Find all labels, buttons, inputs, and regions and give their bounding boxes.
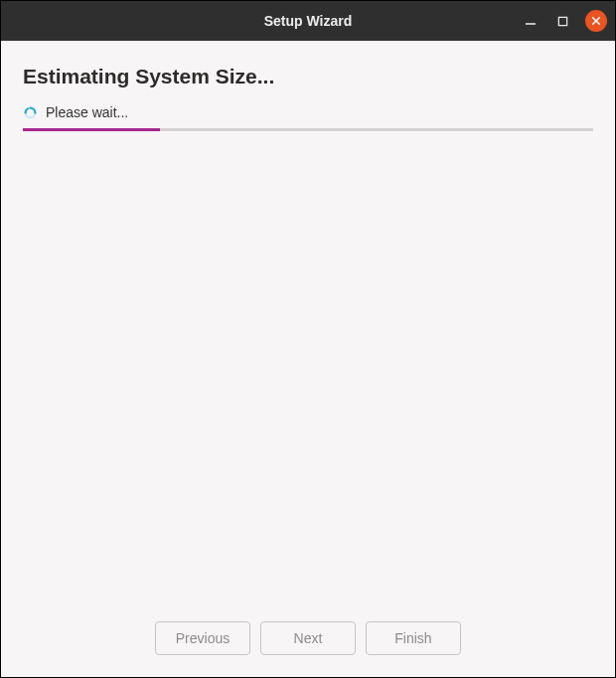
svg-rect-1 (558, 17, 566, 25)
progress-bar (23, 128, 593, 131)
progress-fill (23, 128, 160, 131)
window-title: Setup Wizard (264, 13, 353, 29)
minimize-button[interactable] (522, 12, 539, 30)
previous-button[interactable]: Previous (155, 621, 250, 655)
close-button[interactable] (585, 10, 607, 32)
finish-button[interactable]: Finish (366, 621, 461, 655)
window-controls (522, 10, 607, 32)
status-text: Please wait... (46, 104, 128, 120)
next-button[interactable]: Next (260, 621, 356, 655)
wizard-window: Setup Wizard Estimating System Size... (0, 0, 616, 678)
spinner-icon (23, 105, 38, 120)
status-row: Please wait... (23, 104, 593, 120)
titlebar[interactable]: Setup Wizard (1, 1, 615, 41)
content-area: Estimating System Size... Please wait... (1, 41, 615, 607)
footer-buttons: Previous Next Finish (1, 607, 615, 677)
page-heading: Estimating System Size... (23, 65, 593, 88)
maximize-button[interactable] (553, 12, 571, 30)
